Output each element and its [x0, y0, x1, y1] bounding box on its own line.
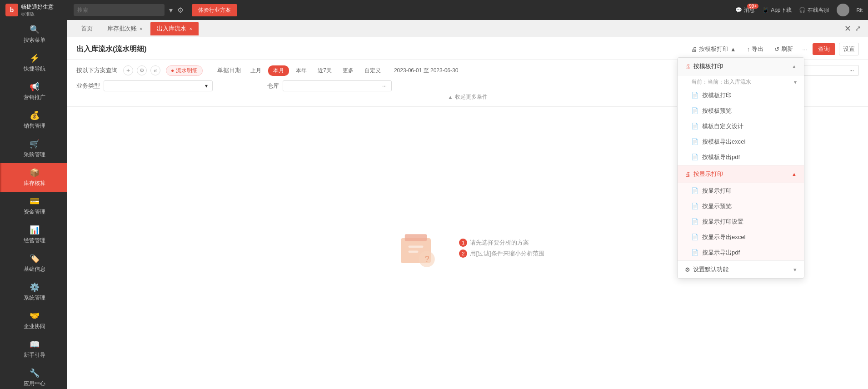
tab-1[interactable]: 库存批次账× [101, 22, 149, 35]
window-close-icon[interactable]: ✕ [844, 24, 851, 34]
tab-close-1[interactable]: × [140, 26, 142, 31]
sidebar-item-4[interactable]: 🛒采购管理 [0, 135, 67, 163]
sidebar-item-1[interactable]: ⚡快捷导航 [0, 49, 67, 77]
industry-solution-button[interactable]: 体验行业方案 [192, 4, 237, 16]
sidebar-icon-12: 🔧 [30, 368, 40, 378]
template-item-icon-4: 📄 [691, 154, 698, 161]
sidebar-item-8[interactable]: 🏷️基础信息 [0, 249, 67, 278]
print-template-button[interactable]: 🖨 按模板打印 ▲ [688, 43, 740, 55]
tip-text-1: 请先选择要分析的方案 [470, 239, 529, 247]
filter-add-button[interactable]: + [123, 65, 133, 75]
sidebar-item-6[interactable]: 💳资金管理 [0, 192, 67, 220]
display-item-4[interactable]: 📄按显示导出pdf [678, 245, 804, 260]
username-label: Rit [857, 7, 863, 13]
page-header: 出入库流水(流水明细) 🖨 按模板打印 ▲ ↑ 导出 ↺ 刷新 [67, 37, 868, 60]
date-btn-3[interactable]: 近7天 [314, 65, 336, 76]
template-print-header[interactable]: 🖨 按模板打印 ▲ [678, 58, 804, 75]
dropdown-arrow-icon[interactable]: ▾ [169, 6, 173, 15]
empty-tips: 1 请先选择要分析的方案 2 用[过滤]条件来缩小分析范围 [459, 239, 544, 258]
printer-icon: 🖨 [685, 63, 691, 70]
template-item-2[interactable]: 📄模板自定义设计 [678, 119, 804, 134]
date-btn-5[interactable]: 自定义 [360, 65, 385, 76]
template-item-label-2: 模板自定义设计 [702, 122, 743, 130]
display-item-0[interactable]: 📄按显示打印 [678, 183, 804, 199]
export-button[interactable]: ↑ 导出 [743, 43, 768, 55]
app-header: b 畅捷通好生意 标准版 ▾ ⚙ 体验行业方案 💬 消息 99+ 📱 App下载… [0, 0, 868, 20]
doc-type-more-icon: ··· [849, 67, 854, 74]
tab-0[interactable]: 首页 [75, 22, 99, 35]
message-button[interactable]: 💬 消息 99+ [735, 6, 755, 14]
template-item-label-0: 按模板打印 [702, 91, 732, 100]
display-item-2[interactable]: 📄按显示打印设置 [678, 214, 804, 229]
display-print-header[interactable]: 🖨 按显示打印 ▲ [678, 165, 804, 183]
filter-collapse-btn[interactable]: « [150, 65, 160, 75]
date-btn-4[interactable]: 更多 [339, 65, 358, 76]
settings-default-row[interactable]: ⚙ 设置默认功能 ▾ [678, 260, 804, 278]
template-item-label-3: 按模板导出excel [702, 138, 745, 146]
sidebar-item-2[interactable]: 📢营销推广 [0, 77, 67, 106]
main-layout: 🔍搜索菜单⚡快捷导航📢营销推广💰销售管理🛒采购管理📦库存核算💳资金管理📊经营管理… [0, 20, 868, 389]
refresh-button[interactable]: ↺ 刷新 [771, 43, 797, 55]
tab-bar: 首页库存批次账×出入库流水× ✕ ⤢ [67, 20, 868, 37]
sidebar-item-11[interactable]: 📖新手引导 [0, 335, 67, 364]
sidebar-icon-1: ⚡ [30, 53, 40, 63]
tab-2[interactable]: 出入库流水× [150, 22, 198, 35]
template-item-0[interactable]: 📄按模板打印 [678, 88, 804, 103]
date-btn-0[interactable]: 上月 [246, 65, 265, 76]
template-print-section: 🖨 按模板打印 ▲ 当前：当前：出入库流水 ▾ [678, 58, 804, 165]
biz-type-select[interactable]: ▾ [104, 80, 213, 91]
search-input[interactable] [74, 4, 165, 16]
refresh-icon: ↺ [774, 46, 779, 53]
display-item-3[interactable]: 📄按显示导出excel [678, 229, 804, 245]
date-btn-1[interactable]: 本月 [268, 65, 289, 76]
sidebar-label-3: 销售管理 [24, 122, 45, 130]
sidebar-item-10[interactable]: 🤝企业协同 [0, 306, 67, 335]
filter-tag-label: 流水明细 [176, 67, 198, 75]
sidebar-item-5[interactable]: 📦库存核算 [0, 163, 67, 192]
display-item-icon-1: 📄 [691, 203, 698, 210]
section-chevron-up-icon: ▲ [792, 64, 797, 69]
display-item-label-1: 按显示预览 [702, 202, 732, 210]
app-download-label: App下载 [771, 6, 791, 14]
settings-button[interactable]: 设置 [839, 43, 859, 55]
sidebar-label-6: 资金管理 [24, 208, 45, 216]
display-item-label-4: 按显示导出pdf [702, 249, 740, 257]
sidebar-item-9[interactable]: ⚙️系统管理 [0, 278, 67, 306]
tab-close-2[interactable]: × [189, 26, 192, 31]
filter-config-button[interactable]: ⚙ [137, 65, 147, 75]
sidebar-item-12[interactable]: 🔧应用中心 [0, 364, 67, 389]
sidebar-label-1: 快捷导航 [24, 65, 45, 73]
template-item-4[interactable]: 📄按模板导出pdf [678, 150, 804, 165]
header-search-area [74, 4, 165, 16]
online-service-button[interactable]: 🎧 在线客服 [799, 6, 829, 14]
display-item-1[interactable]: 📄按显示预览 [678, 199, 804, 214]
current-template-label: 当前：当前：出入库流水 [691, 78, 751, 86]
display-print-icon: 🖨 [685, 171, 691, 178]
window-maximize-icon[interactable]: ⤢ [855, 24, 861, 33]
filter-label: 按以下方案查询 [76, 66, 118, 75]
warehouse-field: 仓库 ··· [267, 80, 392, 91]
date-label: 单据日期 [217, 66, 241, 75]
template-item-3[interactable]: 📄按模板导出excel [678, 134, 804, 150]
template-item-icon-1: 📄 [691, 107, 698, 115]
sidebar-icon-2: 📢 [30, 82, 40, 92]
template-item-label-4: 按模板导出pdf [702, 153, 740, 161]
tip-num-2: 2 [459, 249, 467, 258]
sidebar-item-3[interactable]: 💰销售管理 [0, 106, 67, 135]
online-service-icon: 🎧 [799, 7, 806, 13]
query-button[interactable]: 查询 [813, 43, 835, 55]
sidebar-icon-8: 🏷️ [30, 254, 40, 264]
date-range-label: 2023-06-01 至 2023-06-30 [394, 67, 458, 75]
tip-num-1: 1 [459, 239, 467, 247]
settings-icon[interactable]: ⚙ [177, 6, 184, 15]
sidebar-item-0[interactable]: 🔍搜索菜单 [0, 20, 67, 49]
user-avatar[interactable] [837, 4, 849, 16]
sidebar-item-7[interactable]: 📊经营管理 [0, 220, 67, 249]
template-item-1[interactable]: 📄按模板预览 [678, 103, 804, 119]
warehouse-select[interactable]: ··· [283, 80, 392, 91]
date-btn-2[interactable]: 本年 [292, 65, 311, 76]
display-item-icon-3: 📄 [691, 234, 698, 241]
app-download-button[interactable]: 📱 App下载 [762, 6, 791, 14]
svg-rect-3 [409, 250, 419, 252]
sidebar-icon-0: 🔍 [30, 25, 40, 35]
